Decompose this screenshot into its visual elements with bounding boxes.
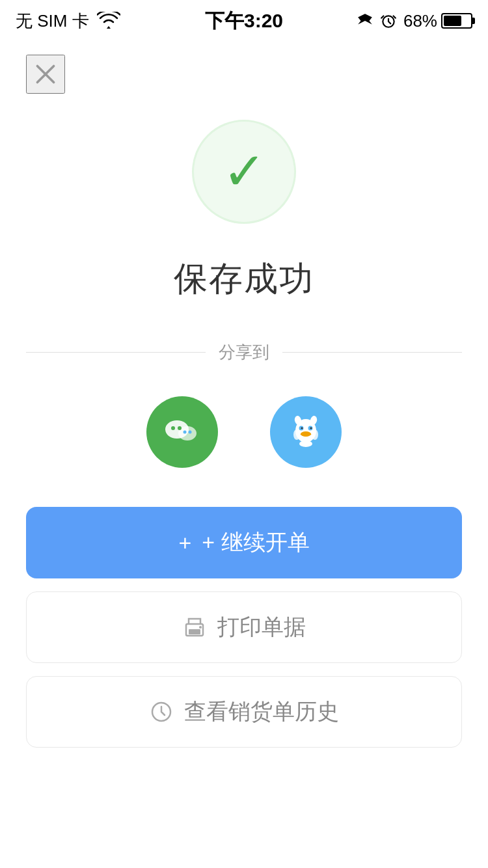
close-icon <box>34 62 57 86</box>
main-content: ✓ 保存成功 分享到 <box>0 42 488 761</box>
svg-point-8 <box>189 431 192 434</box>
svg-point-17 <box>299 441 312 447</box>
battery-fill <box>444 16 461 26</box>
svg-point-15 <box>293 429 300 440</box>
svg-point-13 <box>310 427 312 429</box>
close-button[interactable] <box>26 55 65 94</box>
plus-icon: + <box>178 530 191 556</box>
svg-rect-21 <box>189 629 200 634</box>
print-button[interactable]: 打印单据 <box>26 591 462 663</box>
history-icon <box>149 699 174 724</box>
svg-point-22 <box>199 626 202 629</box>
wechat-share-button[interactable] <box>146 396 218 468</box>
battery-container: 68% <box>403 11 472 31</box>
success-icon-circle: ✓ <box>192 120 296 224</box>
battery-text: 68% <box>403 11 437 31</box>
svg-point-16 <box>312 429 318 440</box>
print-label: 打印单据 <box>217 612 306 642</box>
wifi-icon <box>97 12 120 30</box>
share-section: 分享到 <box>26 341 462 468</box>
share-label: 分享到 <box>219 341 269 364</box>
location-icon <box>357 12 373 29</box>
history-button[interactable]: 查看销货单历史 <box>26 676 462 748</box>
divider-line-left <box>26 352 206 353</box>
qq-share-button[interactable] <box>270 396 342 468</box>
svg-point-7 <box>183 431 187 434</box>
status-bar: 无 SIM 卡 下午3:20 68% <box>0 0 488 42</box>
success-title: 保存成功 <box>174 256 314 302</box>
no-sim-label: 无 SIM 卡 <box>16 10 89 33</box>
alarm-icon <box>380 12 397 29</box>
wechat-icon <box>161 411 203 453</box>
divider-line-right <box>282 352 462 353</box>
svg-point-12 <box>301 427 303 429</box>
continue-label: + 继续开单 <box>202 528 309 558</box>
print-icon <box>182 615 207 640</box>
actions-section: + + 继续开单 打印单据 查看销货单历史 <box>26 507 462 748</box>
qq-icon <box>285 411 327 453</box>
battery-icon <box>441 13 472 29</box>
history-label: 查看销货单历史 <box>184 697 339 727</box>
share-divider: 分享到 <box>26 341 462 364</box>
share-icons-row <box>26 396 462 468</box>
svg-point-6 <box>178 426 182 430</box>
checkmark-icon: ✓ <box>223 146 266 198</box>
svg-point-5 <box>171 426 175 430</box>
status-right: 68% <box>357 11 472 31</box>
status-left: 无 SIM 卡 <box>16 10 120 33</box>
status-time: 下午3:20 <box>205 8 283 34</box>
continue-button[interactable]: + + 继续开单 <box>26 507 462 578</box>
